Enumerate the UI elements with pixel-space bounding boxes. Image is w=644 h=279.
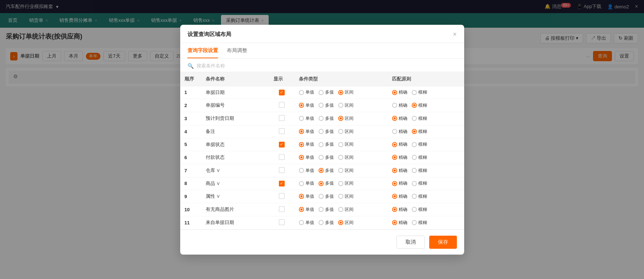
checkbox-show-9[interactable] xyxy=(279,206,285,212)
cell-show-9[interactable] xyxy=(269,203,295,216)
radio-match-精确-10[interactable]: 精确 xyxy=(392,220,407,226)
radio-match-模糊-1[interactable]: 模糊 xyxy=(412,102,427,109)
radio-type-区间-5[interactable]: 区间 xyxy=(338,154,353,161)
radio-dot-区间-3 xyxy=(338,129,343,134)
radio-type-区间-3[interactable]: 区间 xyxy=(338,129,353,135)
radio-type-单值-3[interactable]: 单值 xyxy=(299,129,314,135)
radio-match-精确-2[interactable]: 精确 xyxy=(392,115,407,122)
radio-label-match-模糊-8: 模糊 xyxy=(418,193,427,200)
radio-match-精确-7[interactable]: 精确 xyxy=(392,180,407,186)
radio-type-多值-0[interactable]: 多值 xyxy=(319,89,334,95)
radio-type-单值-0[interactable]: 单值 xyxy=(299,89,314,95)
radio-match-精确-4[interactable]: 精确 xyxy=(392,141,407,148)
radio-match-模糊-6[interactable]: 模糊 xyxy=(412,168,427,174)
checkbox-show-1[interactable] xyxy=(279,102,285,108)
cell-show-0[interactable] xyxy=(269,86,295,99)
radio-type-单值-7[interactable]: 单值 xyxy=(299,180,314,186)
radio-dot-match-模糊-7 xyxy=(412,181,417,186)
radio-label-单值-4: 单值 xyxy=(305,141,314,148)
cell-show-6[interactable] xyxy=(269,164,295,177)
radio-type-多值-3[interactable]: 多值 xyxy=(319,129,334,135)
radio-type-区间-8[interactable]: 区间 xyxy=(338,193,353,200)
checkbox-show-6[interactable] xyxy=(279,167,285,173)
radio-match-精确-1[interactable]: 精确 xyxy=(392,102,407,109)
radio-type-单值-4[interactable]: 单值 xyxy=(299,141,314,148)
cell-type-9: 单值多值区间 xyxy=(295,203,388,216)
cancel-button[interactable]: 取消 xyxy=(396,236,425,249)
radio-label-match-精确-1: 精确 xyxy=(399,102,407,109)
radio-type-单值-2[interactable]: 单值 xyxy=(299,115,314,122)
radio-type-多值-6[interactable]: 多值 xyxy=(319,168,334,174)
radio-type-单值-8[interactable]: 单值 xyxy=(299,193,314,200)
radio-match-模糊-7[interactable]: 模糊 xyxy=(412,180,427,186)
radio-type-区间-1[interactable]: 区间 xyxy=(338,102,353,109)
radio-dot-match-模糊-10 xyxy=(412,220,417,225)
radio-type-多值-5[interactable]: 多值 xyxy=(319,154,334,161)
cell-show-4[interactable] xyxy=(269,138,295,151)
radio-match-精确-5[interactable]: 精确 xyxy=(392,154,407,161)
radio-match-模糊-9[interactable]: 模糊 xyxy=(412,207,427,213)
cell-show-5[interactable] xyxy=(269,151,295,164)
radio-type-多值-2[interactable]: 多值 xyxy=(319,115,334,122)
dialog-close-button[interactable]: × xyxy=(453,31,457,38)
cell-order-2: 3 xyxy=(180,112,201,125)
radio-type-多值-10[interactable]: 多值 xyxy=(319,220,334,226)
table-row: 5单据状态单值多值区间精确模糊 xyxy=(180,138,464,151)
radio-type-区间-6[interactable]: 区间 xyxy=(338,168,353,174)
cell-show-3[interactable] xyxy=(269,125,295,138)
checkbox-show-8[interactable] xyxy=(279,193,285,199)
radio-dot-match-精确-1 xyxy=(392,103,397,108)
tab-field-settings[interactable]: 查询字段设置 xyxy=(187,47,218,58)
radio-dot-match-精确-9 xyxy=(392,207,397,212)
radio-match-精确-9[interactable]: 精确 xyxy=(392,207,407,213)
radio-match-精确-6[interactable]: 精确 xyxy=(392,168,407,174)
radio-type-区间-0[interactable]: 区间 xyxy=(338,89,353,95)
radio-type-区间-4[interactable]: 区间 xyxy=(338,141,353,148)
radio-dot-match-精确-4 xyxy=(392,142,397,147)
radio-match-模糊-5[interactable]: 模糊 xyxy=(412,154,427,161)
cell-show-8[interactable] xyxy=(269,190,295,203)
checkbox-show-3[interactable] xyxy=(279,128,285,134)
cell-show-1[interactable] xyxy=(269,99,295,112)
radio-type-单值-1[interactable]: 单值 xyxy=(299,102,314,109)
radio-match-模糊-0[interactable]: 模糊 xyxy=(412,89,427,95)
checkbox-show-7[interactable] xyxy=(279,181,285,186)
radio-type-多值-9[interactable]: 多值 xyxy=(319,207,334,213)
radio-match-精确-0[interactable]: 精确 xyxy=(392,89,407,95)
radio-dot-match-精确-2 xyxy=(392,116,397,121)
checkbox-show-2[interactable] xyxy=(279,115,285,121)
radio-match-模糊-8[interactable]: 模糊 xyxy=(412,193,427,200)
radio-dot-多值-0 xyxy=(319,90,324,95)
radio-type-多值-8[interactable]: 多值 xyxy=(319,193,334,200)
radio-dot-单值-8 xyxy=(299,194,304,199)
checkbox-show-0[interactable] xyxy=(279,90,285,95)
tab-layout-adjust[interactable]: 布局调整 xyxy=(227,47,247,58)
save-button[interactable]: 保存 xyxy=(429,236,457,249)
cell-show-10[interactable] xyxy=(269,216,295,229)
dialog-tabs: 查询字段设置 布局调整 xyxy=(180,43,464,59)
radio-type-多值-7[interactable]: 多值 xyxy=(319,180,334,186)
radio-match-精确-3[interactable]: 精确 xyxy=(392,129,407,135)
radio-type-单值-6[interactable]: 单值 xyxy=(299,168,314,174)
cell-show-7[interactable] xyxy=(269,177,295,190)
radio-match-模糊-2[interactable]: 模糊 xyxy=(412,115,427,122)
radio-type-单值-5[interactable]: 单值 xyxy=(299,154,314,161)
radio-match-模糊-3[interactable]: 模糊 xyxy=(412,129,427,135)
search-input[interactable] xyxy=(197,63,269,68)
radio-type-区间-9[interactable]: 区间 xyxy=(338,207,353,213)
radio-match-模糊-4[interactable]: 模糊 xyxy=(412,141,427,148)
checkbox-show-4[interactable] xyxy=(279,142,285,148)
radio-type-区间-7[interactable]: 区间 xyxy=(338,180,353,186)
checkbox-show-5[interactable] xyxy=(279,154,285,160)
checkbox-show-10[interactable] xyxy=(279,219,285,225)
radio-type-多值-4[interactable]: 多值 xyxy=(319,141,334,148)
radio-type-单值-10[interactable]: 单值 xyxy=(299,220,314,226)
radio-label-多值-8: 多值 xyxy=(325,193,334,200)
radio-match-精确-8[interactable]: 精确 xyxy=(392,193,407,200)
radio-type-单值-9[interactable]: 单值 xyxy=(299,207,314,213)
cell-show-2[interactable] xyxy=(269,112,295,125)
radio-type-区间-2[interactable]: 区间 xyxy=(338,115,353,122)
radio-type-多值-1[interactable]: 多值 xyxy=(319,102,334,109)
radio-type-区间-10[interactable]: 区间 xyxy=(338,220,353,226)
radio-match-模糊-10[interactable]: 模糊 xyxy=(412,220,427,226)
